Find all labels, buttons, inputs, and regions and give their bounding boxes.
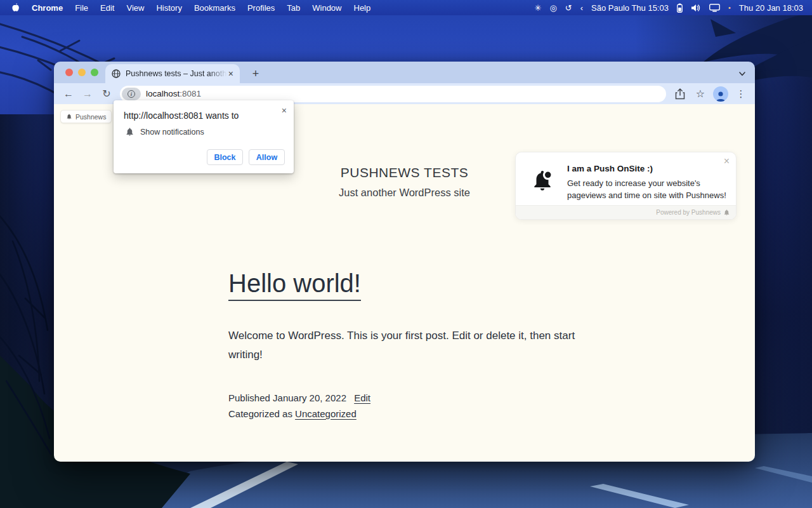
apple-logo-icon[interactable] [11, 3, 20, 13]
push-onsite-prompt: × I am a Push OnSite :) Get ready to inc… [515, 152, 737, 220]
flower-status-icon[interactable]: ✳ [535, 4, 542, 12]
battery-icon[interactable] [677, 3, 683, 13]
site-info-chip[interactable]: i [122, 88, 141, 100]
post-body: Welcome to WordPress. This is your first… [228, 326, 584, 364]
prompt-title: I am a Push OnSite :) [567, 164, 731, 173]
menu-item-view[interactable]: View [126, 3, 144, 13]
back-icon[interactable]: ← [60, 86, 77, 102]
tab-close-icon[interactable]: × [227, 69, 235, 79]
prompt-footer: Powered by Pushnews [516, 205, 736, 219]
close-window-button[interactable] [65, 69, 73, 76]
menu-item-file[interactable]: File [75, 3, 88, 13]
time-machine-icon[interactable]: ↺ [565, 4, 572, 12]
share-icon[interactable] [672, 86, 688, 102]
notification-permission-dialog: × http://localhost:8081 wants to Show no… [114, 100, 294, 173]
globe-favicon-icon [112, 69, 121, 78]
recording-dot-icon: • [728, 4, 731, 11]
tab-search-chevron-icon[interactable] [738, 69, 746, 80]
menu-item-history[interactable]: History [156, 3, 181, 13]
zoom-window-button[interactable] [91, 69, 98, 76]
menu-item-edit[interactable]: Edit [100, 3, 114, 13]
volume-icon[interactable] [691, 4, 701, 12]
menu-item-bookmarks[interactable]: Bookmarks [194, 3, 235, 13]
minimize-window-button[interactable] [78, 69, 86, 76]
prompt-body: Get ready to increase your website's pag… [567, 177, 731, 201]
permission-row: Show notifications [125, 127, 204, 137]
menu-bar-clock[interactable]: Thu 20 Jan 18:03 [739, 3, 803, 13]
powered-by-label[interactable]: Powered by Pushnews [656, 209, 721, 216]
address-bar[interactable]: i localhost:8081 [120, 86, 666, 102]
bookmark-star-icon[interactable]: ☆ [693, 86, 708, 102]
info-icon: i [128, 90, 135, 98]
categorized-text: Categorized as [228, 408, 292, 419]
window-controls [65, 69, 98, 76]
category-row: Categorized as Uncategorized [228, 406, 584, 422]
world-clock[interactable]: São Paulo Thu 15:03 [591, 3, 669, 13]
bell-icon [66, 113, 72, 120]
published-row: Published January 20, 2022 Edit [228, 391, 584, 406]
block-button[interactable]: Block [207, 149, 243, 165]
menu-item-help[interactable]: Help [354, 3, 371, 13]
forward-icon[interactable]: → [79, 86, 96, 102]
dialog-title: http://localhost:8081 wants to [124, 110, 239, 121]
dialog-close-icon[interactable]: × [282, 105, 287, 116]
menu-item-tab[interactable]: Tab [287, 3, 300, 13]
record-status-icon[interactable]: ◎ [549, 4, 556, 12]
powered-bell-icon [723, 209, 730, 216]
permission-label: Show notifications [140, 128, 204, 137]
post-meta: Published January 20, 2022 Edit Categori… [228, 391, 584, 422]
allow-button[interactable]: Allow [249, 149, 285, 165]
menu-item-window[interactable]: Window [312, 3, 341, 13]
post-title-link[interactable]: Hello world! [228, 269, 584, 301]
category-link[interactable]: Uncategorized [295, 408, 357, 419]
pushnews-badge-button[interactable]: Pushnews [60, 110, 112, 123]
tab-title: Pushnews tests – Just another [126, 69, 227, 78]
macos-menu-bar: Chrome File Edit View History Bookmarks … [0, 0, 812, 15]
reload-icon[interactable]: ↻ [98, 86, 115, 102]
url-text[interactable]: localhost:8081 [146, 89, 201, 98]
edit-link[interactable]: Edit [354, 392, 370, 403]
collapse-chevron-icon[interactable]: ‹ [580, 4, 583, 12]
published-text: Published January 20, 2022 [228, 392, 346, 403]
notification-bell-icon [125, 127, 134, 137]
menu-item-chrome[interactable]: Chrome [32, 3, 63, 13]
browser-tab[interactable]: Pushnews tests – Just another × [105, 64, 240, 83]
display-mirroring-icon[interactable] [709, 4, 720, 12]
chrome-menu-icon[interactable]: ⋮ [733, 86, 749, 102]
post-article: Hello world! Welcome to WordPress. This … [228, 269, 584, 422]
tab-strip: Pushnews tests – Just another × + [54, 62, 755, 83]
new-tab-button[interactable]: + [248, 66, 263, 81]
menu-item-profiles[interactable]: Profiles [247, 3, 275, 13]
push-bell-icon [530, 168, 554, 195]
profile-avatar[interactable] [713, 86, 728, 102]
pushnews-badge-label: Pushnews [75, 113, 106, 121]
